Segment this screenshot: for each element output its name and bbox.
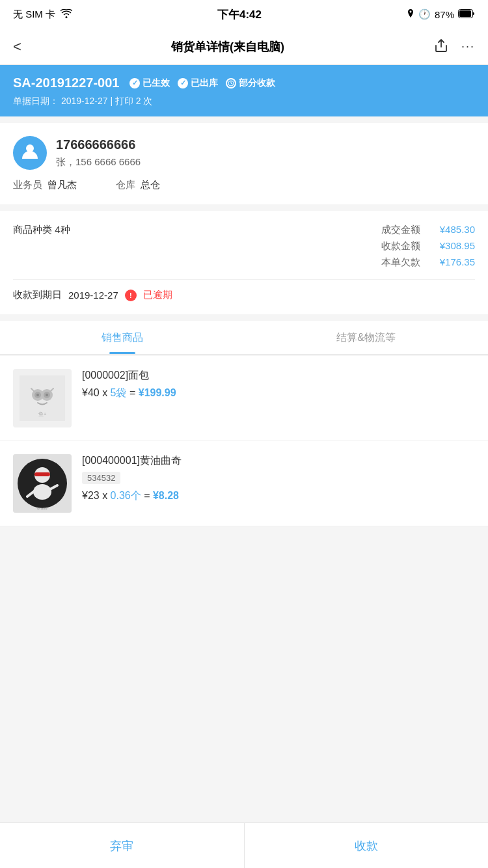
svg-point-9 <box>36 394 39 396</box>
product-thumbnail: brand <box>13 454 72 513</box>
product-info: [0000002]面包 ¥40 x 5袋 = ¥199.99 <box>82 369 475 427</box>
owed-amount-row: 本单欠款 ¥176.35 <box>381 256 475 269</box>
product-price: ¥40 x 5袋 = ¥199.99 <box>82 387 475 400</box>
warehouse-meta: 仓库 总仓 <box>116 179 160 191</box>
alarm-icon: 🕐 <box>418 8 431 20</box>
wifi-icon <box>61 9 72 20</box>
status-bar: 无 SIM 卡 下午4:42 🕐 87% <box>0 0 488 29</box>
collect-button[interactable]: 收款 <box>245 823 489 868</box>
product-item: 鱼+ [0000002]面包 ¥40 x 5袋 = ¥199.99 <box>0 356 488 441</box>
overdue-text: 已逾期 <box>143 289 172 301</box>
svg-point-10 <box>46 394 48 396</box>
badge-partial-payment: 部分收款 <box>226 77 275 89</box>
customer-card: 17666666666 张，156 6666 6666 业务员 曾凡杰 仓库 总… <box>0 123 488 204</box>
order-id-text: SA-20191227-001 <box>13 75 119 90</box>
order-header: SA-20191227-001 ✓ 已生效 ✓ 已出库 部分收款 <box>0 65 488 116</box>
status-time: 下午4:42 <box>217 7 262 22</box>
svg-point-16 <box>33 484 51 500</box>
product-list: 鱼+ [0000002]面包 ¥40 x 5袋 = ¥199.99 <box>0 356 488 526</box>
more-button[interactable]: ··· <box>461 40 475 53</box>
product-item: brand [000400001]黄油曲奇 534532 ¥23 x 0.36个… <box>0 441 488 526</box>
status-left: 无 SIM 卡 <box>13 8 72 21</box>
amounts: 成交金额 ¥485.30 收款金额 ¥308.95 本单欠款 ¥176.35 <box>381 224 475 269</box>
product-thumbnail: 鱼+ <box>13 369 72 427</box>
product-name: [000400001]黄油曲奇 <box>82 454 475 468</box>
product-price: ¥23 x 0.36个 = ¥8.28 <box>82 489 475 503</box>
staff-meta: 业务员 曾凡杰 <box>13 179 77 191</box>
location-icon <box>407 9 414 20</box>
collected-amount-row: 收款金额 ¥308.95 <box>381 240 475 252</box>
customer-id: 17666666666 <box>56 137 141 152</box>
deal-amount-row: 成交金额 ¥485.30 <box>381 224 475 236</box>
svg-text:鱼+: 鱼+ <box>38 411 47 417</box>
badge-effective: ✓ 已生效 <box>129 77 170 89</box>
overdue-icon: ! <box>125 290 137 301</box>
product-types: 商品种类 4种 <box>13 224 70 236</box>
share-icon[interactable] <box>434 38 448 55</box>
svg-text:brand: brand <box>37 506 47 510</box>
back-button[interactable]: < <box>13 38 21 55</box>
nav-bar: < 销货单详情(来自电脑) ··· <box>0 29 488 65</box>
status-right: 🕐 87% <box>407 8 475 20</box>
tab-settlement-logistics[interactable]: 结算&物流等 <box>244 321 488 354</box>
svg-rect-15 <box>34 472 50 476</box>
carrier-text: 无 SIM 卡 <box>13 8 55 21</box>
order-date-line: 单据日期： 2019-12-27 | 打印 2 次 <box>13 96 475 107</box>
customer-detail: 张，156 6666 6666 <box>56 156 141 169</box>
badge-shipped: ✓ 已出库 <box>178 77 218 89</box>
avatar <box>13 136 47 170</box>
battery-text: 87% <box>435 9 454 20</box>
svg-point-13 <box>18 459 67 508</box>
page-title: 销货单详情(来自电脑) <box>171 39 284 55</box>
tab-sales-products[interactable]: 销售商品 <box>0 321 244 354</box>
due-date-bar: 收款到期日 2019-12-27 ! 已逾期 <box>13 279 475 301</box>
summary-card: 商品种类 4种 成交金额 ¥485.30 收款金额 ¥308.95 本单欠款 ¥… <box>0 211 488 314</box>
product-name: [0000002]面包 <box>82 369 475 383</box>
cancel-review-button[interactable]: 弃审 <box>0 823 245 868</box>
battery-icon <box>458 9 475 20</box>
product-info: [000400001]黄油曲奇 534532 ¥23 x 0.36个 = ¥8.… <box>82 454 475 513</box>
tabs-bar: 销售商品 结算&物流等 <box>0 321 488 355</box>
svg-rect-1 <box>459 10 471 17</box>
bottom-bar: 弃审 收款 <box>0 822 488 868</box>
product-batch: 534532 <box>82 472 120 484</box>
